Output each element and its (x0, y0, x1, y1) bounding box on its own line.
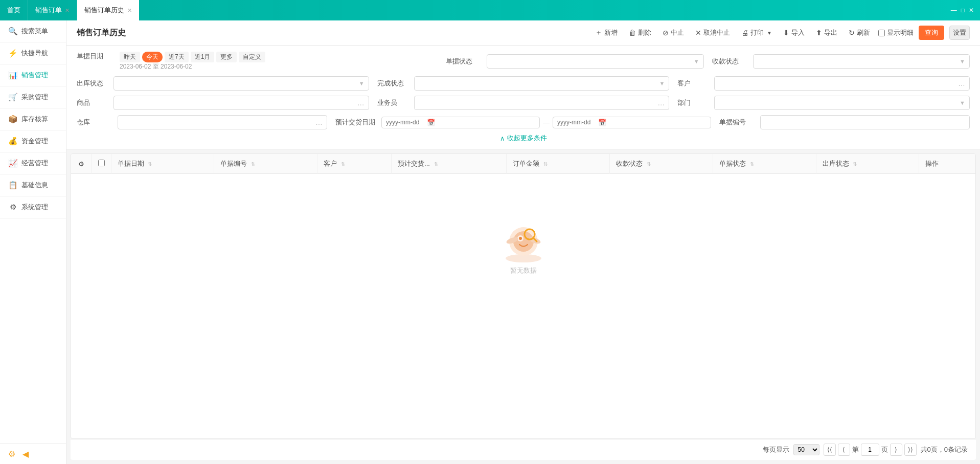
expected-date-to-input[interactable]: 📅 (553, 117, 711, 128)
sidebar-item-label: 采购管理 (21, 93, 48, 102)
expected-date-from-field[interactable] (386, 119, 427, 126)
sort-payment-icon: ⇅ (647, 161, 651, 167)
th-payment-status[interactable]: 收款状态 ⇅ (610, 154, 713, 174)
stop-button[interactable]: ⊘ 中止 (659, 26, 687, 39)
filter-cell-outbound: 出库状态 ▼ (77, 76, 369, 91)
sidebar-item-purchase[interactable]: 🛒 采购管理 (0, 86, 66, 108)
salesperson-input[interactable]: … (414, 96, 670, 110)
new-button[interactable]: ＋ 新增 (592, 26, 621, 39)
calendar-from-icon[interactable]: 📅 (427, 119, 435, 126)
purchase-icon: 🛒 (8, 93, 17, 102)
customer-input[interactable]: … (714, 76, 970, 91)
print-button[interactable]: 🖨 打印 ▼ (738, 26, 775, 39)
sidebar-item-basics[interactable]: 📋 基础信息 (0, 174, 66, 196)
tab-sales-order-history[interactable]: 销售订单历史 ✕ (77, 0, 139, 20)
th-gear[interactable]: ⚙ (71, 154, 92, 174)
expected-date-from-input[interactable]: 📅 (381, 117, 540, 128)
order-status-select[interactable]: ▼ (487, 54, 703, 69)
page-next-btn[interactable]: ⟩ (890, 444, 902, 456)
settings-button[interactable]: 设置 (949, 26, 970, 40)
page-header: 销售订单历史 ＋ 新增 🗑 删除 ⊘ 中止 ✕ 取消中止 (66, 20, 980, 46)
warehouse-input[interactable]: … (118, 115, 327, 129)
svg-point-2 (513, 231, 534, 252)
date-tag-custom[interactable]: 自定义 (239, 52, 265, 62)
sidebar-item-finance[interactable]: 💰 资金管理 (0, 130, 66, 152)
goods-input[interactable]: … (113, 96, 369, 110)
th-expected[interactable]: 预计交货... ⇅ (392, 154, 507, 174)
th-customer[interactable]: 客户 ⇅ (317, 154, 392, 174)
th-expected-label: 预计交货... (398, 160, 430, 167)
per-page-select[interactable]: 50 10 20 100 (793, 444, 819, 455)
filter-cell-complete: 完成状态 ▼ (377, 76, 670, 91)
th-order-status[interactable]: 单据状态 ⇅ (713, 154, 816, 174)
th-number[interactable]: 单据编号 ⇅ (214, 154, 317, 174)
per-page-label: 每页显示 (763, 445, 789, 454)
cancel-stop-button[interactable]: ✕ 取消中止 (692, 26, 733, 39)
complete-select[interactable]: ▼ (414, 76, 670, 91)
tab-sales-order-close[interactable]: ✕ (65, 7, 70, 14)
sidebar-item-system[interactable]: ⚙ 系统管理 (0, 196, 66, 218)
page-last-btn[interactable]: ⟩⟩ (904, 444, 917, 456)
date-tag-7days[interactable]: 近7天 (165, 52, 189, 62)
refresh-icon: ↻ (849, 29, 855, 37)
empty-state: 暂无数据 (71, 174, 975, 316)
svg-point-4 (519, 237, 522, 240)
finance-icon: 💰 (8, 137, 17, 146)
tab-sales-order[interactable]: 销售订单 ✕ (28, 0, 77, 20)
outbound-select[interactable]: ▼ (113, 76, 369, 91)
gear-icon: ⚙ (78, 160, 84, 168)
refresh-button[interactable]: ↻ 刷新 (846, 26, 873, 39)
date-tag-today[interactable]: 今天 (142, 52, 163, 62)
date-tag-group: 昨天 今天 近7天 近1月 更多 自定义 (120, 52, 438, 62)
pagination-bar: 每页显示 50 10 20 100 ⟨⟨ ⟨ 第 页 ⟩ ⟩⟩ 共0页，0条记录 (71, 439, 976, 460)
page-nav: ⟨⟨ ⟨ 第 页 ⟩ ⟩⟩ (824, 444, 917, 456)
sidebar-item-sales[interactable]: 📊 销售管理 (0, 64, 66, 86)
calendar-to-icon[interactable]: 📅 (598, 119, 606, 126)
th-outbound[interactable]: 出库状态 ⇅ (816, 154, 919, 174)
display-detail-checkbox[interactable]: 显示明细 (878, 28, 914, 37)
page-prev-btn[interactable]: ⟨ (838, 444, 850, 456)
delete-button[interactable]: 🗑 删除 (626, 26, 654, 39)
page-first-btn[interactable]: ⟨⟨ (824, 444, 836, 456)
collapse-bar[interactable]: ∧ 收起更多条件 (77, 131, 970, 143)
sort-customer-icon: ⇅ (341, 161, 345, 167)
sort-amount-icon: ⇅ (543, 161, 548, 167)
sidebar-collapse-icon[interactable]: ◀ (22, 449, 29, 459)
inventory-icon: 📦 (8, 115, 17, 124)
query-button[interactable]: 查询 (919, 26, 944, 40)
dept-arrow: ▼ (960, 100, 965, 106)
sidebar-item-operations[interactable]: 📈 经营管理 (0, 152, 66, 174)
sidebar-item-search[interactable]: 🔍 搜索菜单 (0, 20, 66, 42)
payment-status-select[interactable]: ▼ (753, 54, 970, 69)
th-customer-label: 客户 (324, 160, 337, 167)
select-all-checkbox[interactable] (98, 160, 105, 166)
export-button[interactable]: ⬆ 导出 (813, 26, 840, 39)
filter-cell-customer: 客户 … (677, 76, 970, 91)
tab-home[interactable]: 首页 (0, 0, 28, 20)
th-checkbox[interactable] (92, 154, 111, 174)
expected-date-to-field[interactable] (557, 119, 598, 126)
page-input[interactable] (861, 444, 879, 456)
order-number-label: 单据编号 (719, 118, 760, 127)
orders-table: ⚙ 单据日期 ⇅ 单据编号 ⇅ (71, 154, 975, 316)
sort-order-status-icon: ⇅ (750, 161, 754, 167)
tab-sales-order-history-close[interactable]: ✕ (127, 7, 132, 14)
date-tag-1month[interactable]: 近1月 (191, 52, 215, 62)
sidebar-item-quicknav[interactable]: ⚡ 快捷导航 (0, 42, 66, 64)
empty-illustration (498, 215, 549, 266)
date-tag-more[interactable]: 更多 (216, 52, 237, 62)
th-amount[interactable]: 订单金额 ⇅ (507, 154, 610, 174)
date-tag-yesterday[interactable]: 昨天 (120, 52, 140, 62)
sidebar-settings-icon[interactable]: ⚙ (8, 449, 15, 459)
minimize-btn[interactable]: — (951, 7, 957, 14)
collapse-up-icon: ∧ (500, 135, 505, 142)
import-button[interactable]: ⬇ 导入 (780, 26, 808, 39)
order-number-input[interactable] (760, 115, 970, 129)
dept-select[interactable]: ▼ (714, 96, 970, 110)
close-btn[interactable]: ✕ (969, 7, 974, 14)
total-info: 共0页，0条记录 (921, 445, 968, 454)
th-number-label: 单据编号 (220, 160, 247, 167)
maximize-btn[interactable]: □ (961, 7, 965, 14)
th-date[interactable]: 单据日期 ⇅ (111, 154, 214, 174)
sidebar-item-inventory[interactable]: 📦 库存核算 (0, 108, 66, 130)
